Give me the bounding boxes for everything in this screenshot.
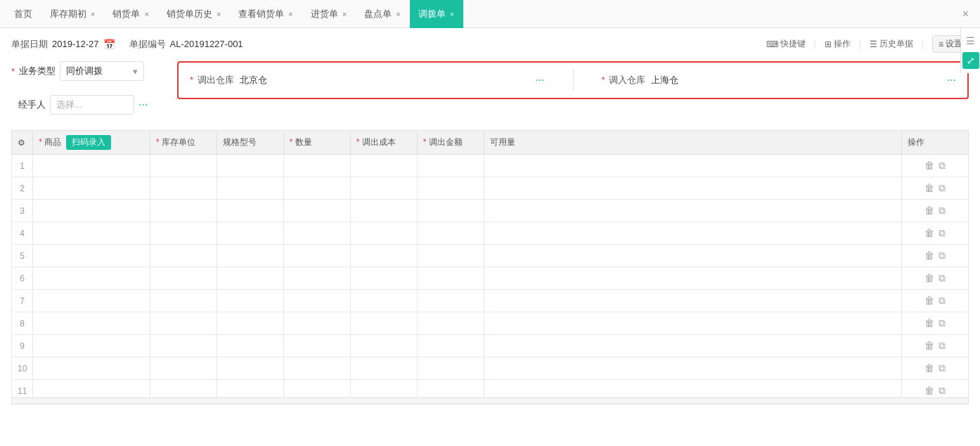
right-sidebar: ☰ ⤢ [960, 28, 980, 73]
setting-icon: ≡ [939, 39, 943, 49]
calendar-icon[interactable]: 📅 [103, 39, 115, 50]
tab-bar: 首页 库存期初 × 销货单 × 销货单历史 × 查看销货单 × 进货单 × 盘点… [0, 0, 980, 28]
tab-close-transfer[interactable]: × [450, 10, 454, 18]
delete-icon[interactable]: 🗑 [924, 227, 934, 238]
copy-icon[interactable]: ⧉ [939, 295, 946, 306]
qty-req: * [290, 137, 293, 147]
handler-input[interactable]: 选择... [50, 95, 134, 115]
tab-label-sales-history: 销货单历史 [167, 8, 212, 20]
delete-icon[interactable]: 🗑 [924, 295, 934, 306]
tab-close-inventory-init[interactable]: × [91, 10, 95, 18]
table-row: 7🗑⧉ [12, 290, 969, 312]
ops-cell: 🗑⧉ [901, 177, 968, 200]
copy-icon[interactable]: ⧉ [939, 272, 946, 283]
biz-type-row: * 业务类型 同价调拨 ▾ [11, 61, 166, 81]
tab-bar-close-all[interactable]: × [957, 8, 974, 20]
history-tool[interactable]: ☰ 历史单据 [870, 38, 913, 50]
tab-close-sales-order[interactable]: × [144, 10, 148, 18]
horizontal-scrollbar[interactable] [11, 397, 969, 404]
th-unit: * 库存单位 [150, 131, 217, 155]
tab-transfer[interactable]: 调拨单 × [410, 0, 463, 28]
table-body: 1🗑⧉ 2🗑⧉ 3🗑⧉ 4🗑⧉ 5🗑⧉ 6🗑⧉ 7🗑⧉ 8🗑⧉ 9🗑⧉ 10🗑⧉… [12, 155, 969, 398]
handler-more-button[interactable]: ··· [138, 98, 148, 111]
delete-icon[interactable]: 🗑 [924, 317, 934, 329]
shortcut-tool[interactable]: ⌨ 快捷键 [766, 38, 806, 50]
transfer-out-group: * 调出仓库 北京仓 ··· [190, 74, 545, 87]
ops-cell: 🗑⧉ [901, 267, 968, 290]
table-wrapper: ⚙ * 商品 扫码录入 * 库存单位 规格型号 * [11, 130, 969, 397]
delete-icon[interactable]: 🗑 [924, 182, 934, 193]
tab-sales-history[interactable]: 销货单历史 × [158, 0, 230, 28]
header-tools: ⌨ 快捷键 | ⊞ 操作 | ☰ 历史单据 | ≡ 设置 [766, 35, 969, 53]
table-row: 4🗑⧉ [12, 222, 969, 245]
tab-label-inventory-check: 盘点单 [364, 8, 392, 20]
scan-button[interactable]: 扫码录入 [66, 135, 111, 150]
table-row: 11🗑⧉ [12, 380, 969, 398]
row-num: 6 [12, 267, 33, 290]
tab-label-view-sales: 查看销货单 [238, 8, 284, 20]
row-num: 5 [12, 245, 33, 267]
row-num: 1 [12, 155, 33, 177]
transfer-in-group: * 调入仓库 上海仓 ··· [602, 74, 957, 87]
divider-1: | [814, 39, 816, 49]
transfer-out-value[interactable]: 北京仓 [240, 74, 267, 87]
tab-home[interactable]: 首页 [6, 0, 41, 28]
delete-icon[interactable]: 🗑 [924, 340, 934, 351]
tab-close-view-sales[interactable]: × [288, 10, 292, 18]
tab-view-sales[interactable]: 查看销货单 × [230, 0, 302, 28]
transfer-out-more-button[interactable]: ··· [535, 74, 544, 87]
tab-label-sales-order: 销货单 [112, 8, 140, 20]
row-num: 3 [12, 200, 33, 222]
main-content: 单据日期 2019-12-27 📅 单据编号 AL-20191227-001 ⌨… [0, 28, 980, 412]
copy-icon[interactable]: ⧉ [939, 205, 946, 216]
tab-inventory-check[interactable]: 盘点单 × [356, 0, 409, 28]
shortcut-label: 快捷键 [780, 38, 806, 50]
ops-cell: 🗑⧉ [901, 290, 968, 312]
shortcut-icon: ⌨ [766, 39, 778, 49]
tab-sales-order[interactable]: 销货单 × [104, 0, 157, 28]
ops-cell: 🗑⧉ [901, 155, 968, 177]
operations-label: 操作 [834, 38, 851, 50]
tab-close-purchase[interactable]: × [342, 10, 347, 18]
table-row: 6🗑⧉ [12, 267, 969, 290]
tab-inventory-init[interactable]: 库存期初 × [41, 0, 104, 28]
biz-type-input[interactable]: 同价调拨 ▾ [60, 61, 144, 81]
tab-label-home: 首页 [14, 8, 32, 20]
delete-icon[interactable]: 🗑 [924, 272, 934, 283]
copy-icon[interactable]: ⧉ [939, 340, 946, 351]
unit-req: * [156, 137, 160, 147]
tab-close-sales-history[interactable]: × [217, 10, 221, 18]
copy-icon[interactable]: ⧉ [939, 250, 946, 261]
sidebar-expand-icon[interactable]: ⤢ [962, 52, 979, 69]
tab-purchase[interactable]: 进货单 × [302, 0, 356, 28]
row-num: 8 [12, 312, 33, 335]
operations-tool[interactable]: ⊞ 操作 [825, 38, 851, 50]
delete-icon[interactable]: 🗑 [924, 385, 934, 396]
th-gear[interactable]: ⚙ [12, 131, 33, 155]
copy-icon[interactable]: ⧉ [939, 385, 946, 396]
copy-icon[interactable]: ⧉ [939, 160, 946, 171]
copy-icon[interactable]: ⧉ [939, 362, 946, 374]
items-table: ⚙ * 商品 扫码录入 * 库存单位 规格型号 * [11, 130, 969, 397]
transfer-in-value[interactable]: 上海仓 [651, 74, 678, 87]
copy-icon[interactable]: ⧉ [939, 227, 946, 238]
th-spec: 规格型号 [217, 131, 283, 155]
row-num: 4 [12, 222, 33, 245]
handler-field: 经手人 选择... ··· [11, 95, 148, 115]
transfer-in-more-button[interactable]: ··· [947, 74, 956, 87]
gear-icon: ⚙ [18, 138, 25, 148]
delete-icon[interactable]: 🗑 [924, 250, 934, 261]
tab-label-inventory-init: 库存期初 [50, 8, 86, 20]
transfer-in-label: * 调入仓库 [602, 74, 646, 87]
delete-icon[interactable]: 🗑 [924, 362, 934, 374]
copy-icon[interactable]: ⧉ [939, 182, 946, 193]
delete-icon[interactable]: 🗑 [924, 160, 934, 171]
biz-type-arrow: ▾ [133, 66, 138, 77]
delete-icon[interactable]: 🗑 [924, 205, 934, 216]
copy-icon[interactable]: ⧉ [939, 317, 946, 329]
tab-close-inventory-check[interactable]: × [396, 10, 400, 18]
sidebar-list-icon[interactable]: ☰ [962, 32, 979, 49]
row-num: 11 [12, 380, 33, 398]
table-row: 8🗑⧉ [12, 312, 969, 335]
ops-cell: 🗑⧉ [901, 222, 968, 245]
